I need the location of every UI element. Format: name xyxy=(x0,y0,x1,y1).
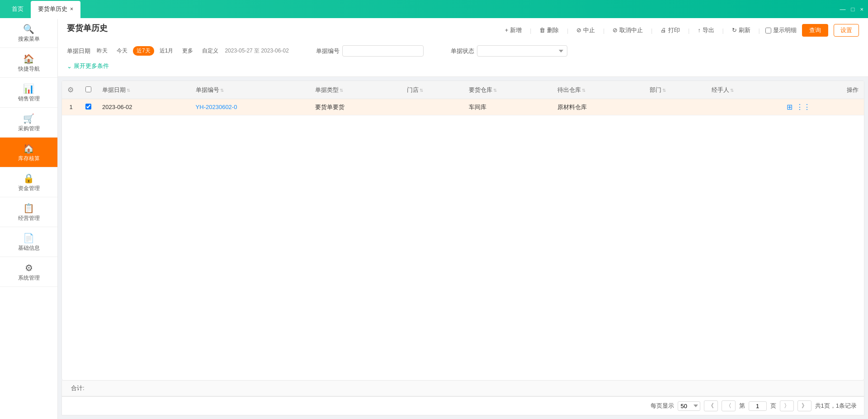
row-checkbox-cell[interactable] xyxy=(80,99,97,115)
expand-more-icon: ⌄ xyxy=(67,63,72,70)
maximize-btn[interactable]: □ xyxy=(851,6,855,13)
th-store: 门店⇅ xyxy=(401,81,463,99)
sort-icon-pending-warehouse: ⇅ xyxy=(582,88,585,93)
doc-number-link[interactable]: YH-20230602-0 xyxy=(196,104,237,110)
doc-number-input[interactable] xyxy=(342,45,424,57)
filter-bar: 单据日期 昨天 今天 近7天 近1月 更多 自定义 2023-05-27 至 2… xyxy=(58,41,868,76)
sidebar-label-finance: 资金管理 xyxy=(18,185,40,192)
th-req-warehouse: 要货仓库⇅ xyxy=(463,81,552,99)
per-page-select[interactable]: 20 50 100 xyxy=(678,401,700,411)
sort-icon-store: ⇅ xyxy=(420,88,423,93)
view-action-icon[interactable]: ⊞ xyxy=(787,103,793,111)
sort-icon-handler: ⇅ xyxy=(730,88,734,93)
filter-row-1: 单据日期 昨天 今天 近7天 近1月 更多 自定义 2023-05-27 至 2… xyxy=(67,45,859,57)
select-all-checkbox[interactable] xyxy=(85,86,91,92)
settings-button[interactable]: 设置 xyxy=(834,24,859,37)
show-detail-toggle[interactable]: 显示明细 xyxy=(765,26,797,34)
page-header-toolbar: 要货单历史 + 新增 | 🗑 删除 | ⊘ 中止 | ⊘ 取消中止 | 🖨 打印… xyxy=(58,18,868,41)
th-settings[interactable]: ⚙ xyxy=(62,81,80,99)
refresh-button[interactable]: ↻ 刷新 xyxy=(729,24,753,36)
jump-label: 第 xyxy=(739,402,745,410)
th-doc-number-label: 单据编号 xyxy=(196,86,219,93)
sidebar-item-inventory[interactable]: 🏠 库存核算 xyxy=(0,138,57,167)
date-opt-custom[interactable]: 自定义 xyxy=(198,46,222,56)
cell-pending-warehouse: 原材料仓库 xyxy=(552,99,644,115)
cell-store xyxy=(401,99,463,115)
cell-action: ⊞ ⋮⋮ xyxy=(781,99,864,115)
th-action: 操作 xyxy=(781,81,864,99)
date-opt-today[interactable]: 今天 xyxy=(113,46,131,56)
sidebar-item-system[interactable]: ⚙ 系统管理 xyxy=(0,257,57,287)
th-pending-warehouse-label: 待出仓库 xyxy=(557,86,581,93)
window-controls: — □ × xyxy=(840,6,863,13)
close-btn[interactable]: × xyxy=(860,6,863,13)
next-page-button[interactable]: 〉 xyxy=(780,400,794,411)
sidebar-item-finance[interactable]: 🔒 资金管理 xyxy=(0,167,57,197)
expand-more-label: 展开更多条件 xyxy=(74,62,109,70)
toolbar-actions: + 新增 | 🗑 删除 | ⊘ 中止 | ⊘ 取消中止 | 🖨 打印 | ↑ 导… xyxy=(502,24,859,37)
clipboard-icon: 📋 xyxy=(23,204,34,213)
stop-button[interactable]: ⊘ 中止 xyxy=(574,24,598,36)
cell-doc-type: 要货单要货 xyxy=(310,99,401,115)
print-button[interactable]: 🖨 打印 xyxy=(658,24,683,36)
sort-icon-doc-number: ⇅ xyxy=(220,88,224,93)
expand-more-button[interactable]: ⌄ 展开更多条件 xyxy=(67,60,109,72)
export-button[interactable]: ↑ 导出 xyxy=(695,24,717,36)
tab-requisition-history[interactable]: 要货单历史 × xyxy=(31,1,80,19)
table-row[interactable]: 1 2023-06-02 YH-20230602-0 要货单要货 车间库 原材料… xyxy=(62,99,864,115)
total-info: 共1页，1条记录 xyxy=(815,402,857,410)
th-checkbox xyxy=(80,81,97,99)
cancel-stop-button[interactable]: ⊘ 取消中止 xyxy=(610,24,646,36)
inventory-icon: 🏠 xyxy=(23,144,34,153)
tab-close-icon[interactable]: × xyxy=(70,6,73,12)
table-footer: 合计: xyxy=(61,381,864,396)
prev-page-button[interactable]: 〈 xyxy=(722,400,736,411)
sidebar-item-search[interactable]: 🔍 搜索菜单 xyxy=(0,18,57,48)
first-page-button[interactable]: 《 xyxy=(704,400,718,411)
row-checkbox[interactable] xyxy=(85,104,91,110)
top-bar: 首页 要货单历史 × — □ × xyxy=(0,0,868,18)
th-store-label: 门店 xyxy=(407,86,419,93)
table-settings-icon[interactable]: ⚙ xyxy=(67,86,74,94)
show-detail-checkbox[interactable] xyxy=(765,28,771,33)
sidebar-item-shortcuts[interactable]: 🏠 快捷导航 xyxy=(0,48,57,78)
last-page-button[interactable]: 》 xyxy=(797,400,811,411)
sidebar-item-operations[interactable]: 📋 经营管理 xyxy=(0,197,57,227)
data-table-container: ⚙ 单据日期⇅ 单据编号⇅ 单据类型⇅ xyxy=(61,81,864,381)
more-action-icon[interactable]: ⋮⋮ xyxy=(796,103,811,111)
date-opt-1month[interactable]: 近1月 xyxy=(156,46,177,56)
th-doc-date-label: 单据日期 xyxy=(102,86,126,93)
filter-group-date: 单据日期 昨天 今天 近7天 近1月 更多 自定义 2023-05-27 至 2… xyxy=(67,46,289,56)
sort-icon-doc-date: ⇅ xyxy=(127,88,130,93)
delete-button[interactable]: 🗑 删除 xyxy=(537,24,561,36)
date-opt-7days[interactable]: 近7天 xyxy=(133,46,154,56)
chart-icon: 📊 xyxy=(23,84,34,93)
query-button[interactable]: 查询 xyxy=(802,24,828,37)
cell-doc-number: YH-20230602-0 xyxy=(190,99,310,115)
th-handler-label: 经手人 xyxy=(712,86,729,93)
date-opt-more[interactable]: 更多 xyxy=(179,46,197,56)
sidebar: 🔍 搜索菜单 🏠 快捷导航 📊 销售管理 🛒 采购管理 🏠 库存核算 🔒 资金管… xyxy=(0,18,58,419)
sidebar-item-basic[interactable]: 📄 基础信息 xyxy=(0,227,57,257)
cell-handler xyxy=(706,99,782,115)
tab-home[interactable]: 首页 xyxy=(5,0,31,18)
minimize-btn[interactable]: — xyxy=(840,6,846,13)
th-req-warehouse-label: 要货仓库 xyxy=(469,86,492,93)
sidebar-item-purchase[interactable]: 🛒 采购管理 xyxy=(0,108,57,138)
sidebar-label-sales: 销售管理 xyxy=(18,95,40,103)
date-opt-yesterday[interactable]: 昨天 xyxy=(93,46,111,56)
filter-group-doc-number: 单据编号 xyxy=(316,45,424,57)
doc-status-select[interactable] xyxy=(477,45,567,57)
sidebar-item-sales[interactable]: 📊 销售管理 xyxy=(0,78,57,108)
sort-icon-req-warehouse: ⇅ xyxy=(493,88,497,93)
table-header-row: ⚙ 单据日期⇅ 单据编号⇅ 单据类型⇅ xyxy=(62,81,864,99)
sidebar-label-inventory: 库存核算 xyxy=(18,155,40,162)
new-button[interactable]: + 新增 xyxy=(502,24,524,36)
th-handler: 经手人⇅ xyxy=(706,81,782,99)
total-label: 合计: xyxy=(71,385,85,391)
per-page-label: 每页显示 xyxy=(651,402,674,410)
th-department-label: 部门 xyxy=(650,86,661,93)
show-detail-label: 显示明细 xyxy=(773,26,797,34)
cell-department xyxy=(644,99,706,115)
page-number-input[interactable] xyxy=(749,401,767,411)
